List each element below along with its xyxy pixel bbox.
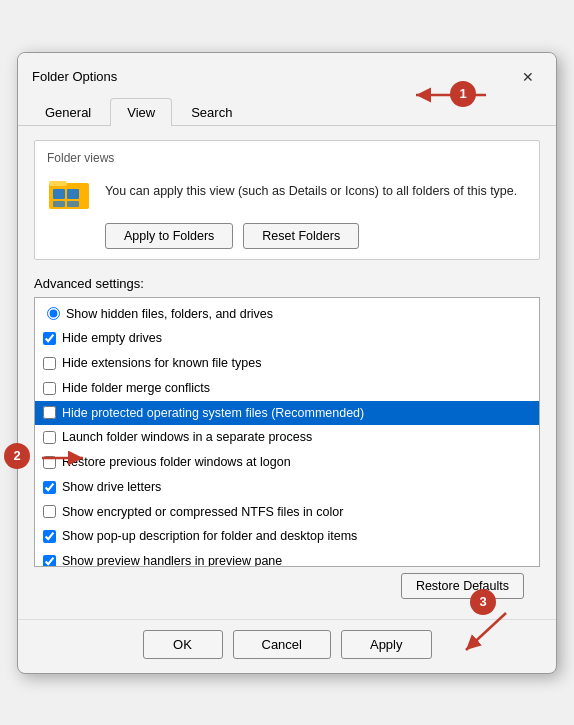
tab-content: Folder views You can apply this [18, 126, 556, 615]
folder-svg [47, 173, 91, 211]
setting-launch-separate-cb[interactable] [43, 431, 56, 444]
svg-rect-6 [67, 201, 79, 207]
action-buttons-row: OK Cancel Apply [18, 619, 556, 673]
tabs-bar: General View Search [18, 97, 556, 126]
setting-show-hidden[interactable]: Show hidden files, folders, and drives [35, 302, 539, 327]
svg-rect-3 [53, 189, 65, 199]
settings-list[interactable]: Show hidden files, folders, and drives H… [34, 297, 540, 567]
setting-show-preview-label: Show preview handlers in preview pane [62, 552, 282, 567]
title-bar: Folder Options ✕ [18, 53, 556, 97]
setting-show-preview-cb[interactable] [43, 555, 56, 567]
setting-show-drive-letters[interactable]: Show drive letters [35, 475, 539, 500]
setting-show-encrypted[interactable]: Show encrypted or compressed NTFS files … [35, 500, 539, 525]
restore-defaults-row: Restore Defaults [34, 567, 540, 603]
setting-show-drive-letters-cb[interactable] [43, 481, 56, 494]
folder-views-label: Folder views [47, 151, 527, 165]
setting-launch-separate[interactable]: Launch folder windows in a separate proc… [35, 425, 539, 450]
setting-hide-merge[interactable]: Hide folder merge conflicts [35, 376, 539, 401]
setting-show-drive-letters-label: Show drive letters [62, 478, 161, 497]
folder-views-section: Folder views You can apply this [34, 140, 540, 260]
setting-show-popup-label: Show pop-up description for folder and d… [62, 527, 357, 546]
setting-hide-protected[interactable]: Hide protected operating system files (R… [35, 401, 539, 426]
apply-to-folders-button[interactable]: Apply to Folders [105, 223, 233, 249]
restore-defaults-button[interactable]: Restore Defaults [401, 573, 524, 599]
setting-hide-protected-label: Hide protected operating system files (R… [62, 404, 364, 423]
setting-hide-empty-cb[interactable] [43, 332, 56, 345]
setting-restore-windows[interactable]: Restore previous folder windows at logon [35, 450, 539, 475]
setting-show-hidden-label: Show hidden files, folders, and drives [66, 305, 273, 324]
setting-hide-extensions-cb[interactable] [43, 357, 56, 370]
setting-show-preview[interactable]: Show preview handlers in preview pane [35, 549, 539, 567]
setting-restore-windows-cb[interactable] [43, 456, 56, 469]
svg-rect-4 [67, 189, 79, 199]
tab-search[interactable]: Search [174, 98, 249, 126]
tab-general[interactable]: General [28, 98, 108, 126]
folder-views-description: You can apply this view (such as Details… [105, 182, 527, 201]
setting-hide-empty-label: Hide empty drives [62, 329, 162, 348]
reset-folders-button[interactable]: Reset Folders [243, 223, 359, 249]
tab-view[interactable]: View [110, 98, 172, 126]
setting-show-popup-cb[interactable] [43, 530, 56, 543]
svg-rect-2 [49, 181, 67, 186]
setting-show-popup[interactable]: Show pop-up description for folder and d… [35, 524, 539, 549]
setting-hide-protected-cb[interactable] [43, 406, 56, 419]
setting-show-encrypted-cb[interactable] [43, 505, 56, 518]
close-button[interactable]: ✕ [514, 63, 542, 91]
setting-hide-extensions-label: Hide extensions for known file types [62, 354, 261, 373]
setting-launch-separate-label: Launch folder windows in a separate proc… [62, 428, 312, 447]
setting-show-hidden-radio[interactable] [47, 307, 60, 320]
folder-options-dialog: 1 2 3 Folder Options ✕ General View Sear… [17, 52, 557, 674]
svg-rect-5 [53, 201, 65, 207]
setting-restore-windows-label: Restore previous folder windows at logon [62, 453, 291, 472]
apply-button[interactable]: Apply [341, 630, 432, 659]
setting-show-encrypted-label: Show encrypted or compressed NTFS files … [62, 503, 343, 522]
setting-hide-merge-label: Hide folder merge conflicts [62, 379, 210, 398]
advanced-settings-label: Advanced settings: [34, 276, 540, 291]
cancel-button[interactable]: Cancel [233, 630, 331, 659]
folder-views-inner: You can apply this view (such as Details… [47, 173, 527, 211]
folder-icon [47, 173, 91, 211]
folder-views-buttons: Apply to Folders Reset Folders [47, 223, 527, 249]
dialog-title: Folder Options [32, 69, 117, 84]
setting-hide-merge-cb[interactable] [43, 382, 56, 395]
setting-hide-extensions[interactable]: Hide extensions for known file types [35, 351, 539, 376]
setting-hide-empty[interactable]: Hide empty drives [35, 326, 539, 351]
ok-button[interactable]: OK [143, 630, 223, 659]
